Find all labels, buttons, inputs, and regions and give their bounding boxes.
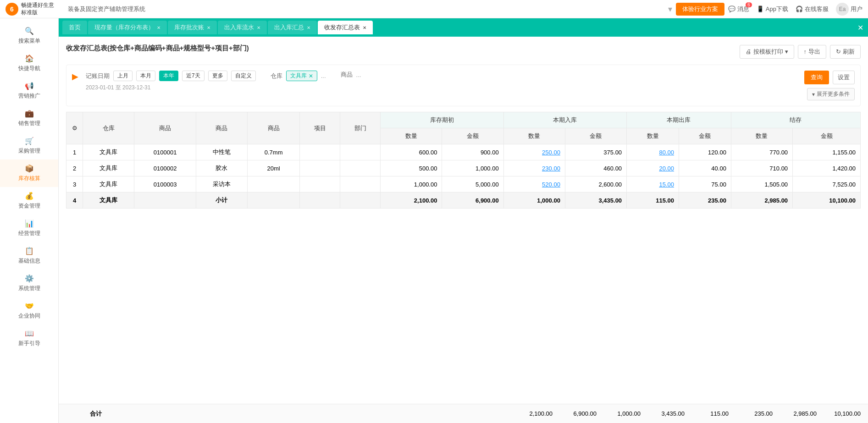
row-out-amt: 75.00 bbox=[679, 176, 731, 192]
row-name: 中性笔 bbox=[196, 144, 247, 160]
sidebar-item-quick-nav[interactable]: 🏠 快捷导航 bbox=[0, 49, 58, 77]
row-in-qty[interactable]: 230.00 bbox=[503, 160, 565, 176]
table-row: 3文具库0100003采访本1,000.005,000.00520.002,60… bbox=[66, 176, 861, 192]
tab-close-inventory-dist[interactable]: ✕ bbox=[157, 25, 160, 30]
tab-in-out-flow[interactable]: 出入库流水 ✕ bbox=[218, 21, 267, 34]
refresh-button[interactable]: ↻ 刷新 bbox=[830, 45, 861, 59]
logo-icon: 6 bbox=[6, 3, 18, 16]
filter-collapse-icon[interactable]: ▶ bbox=[72, 71, 78, 82]
col-name: 商品 bbox=[196, 112, 247, 144]
app-download-action[interactable]: 📱 App下载 bbox=[757, 5, 788, 13]
sidebar-item-purchase[interactable]: 🛒 采购管理 bbox=[0, 132, 58, 159]
row-code bbox=[134, 192, 196, 209]
row-project bbox=[300, 160, 340, 176]
sidebar-item-search[interactable]: 🔍 搜索菜单 bbox=[0, 22, 58, 49]
col-bal-amt: 金额 bbox=[793, 128, 861, 144]
tab-home[interactable]: 首页 bbox=[62, 21, 87, 34]
row-bal-qty: 770.00 bbox=[731, 144, 792, 160]
warehouse-more-icon[interactable]: ... bbox=[321, 72, 326, 79]
tab-close-in-out-summary[interactable]: ✕ bbox=[307, 25, 310, 30]
row-init-qty: 600.00 bbox=[381, 144, 442, 160]
close-all-tabs-icon[interactable]: ✕ bbox=[857, 23, 863, 32]
tab-recv-send-summary[interactable]: 收发存汇总表 ✕ bbox=[318, 21, 373, 34]
col-group-init: 库存期初 bbox=[381, 112, 503, 128]
filter-date-section: 记账日期 上月 本月 本年 近7天 更多 自定义 2023-01-01 至 20… bbox=[86, 71, 256, 92]
sidebar-item-sales[interactable]: 💼 销售管理 bbox=[0, 104, 58, 132]
setting-button[interactable]: 设置 bbox=[833, 71, 855, 84]
inventory-icon: 📦 bbox=[25, 164, 34, 173]
date-btn-this-year[interactable]: 本年 bbox=[159, 71, 178, 81]
sidebar-item-enterprise[interactable]: 🤝 企业协同 bbox=[0, 297, 58, 324]
sidebar-item-finance[interactable]: 💰 资金管理 bbox=[0, 187, 58, 214]
table-settings-col[interactable]: ⚙ bbox=[66, 112, 83, 144]
message-action[interactable]: 💬 消息 6 bbox=[728, 5, 749, 13]
row-init-qty: 500.00 bbox=[381, 160, 442, 176]
col-out-amt: 金额 bbox=[679, 128, 731, 144]
query-button[interactable]: 查询 bbox=[804, 71, 829, 84]
tab-close-recv-send-summary[interactable]: ✕ bbox=[363, 25, 366, 30]
col-warehouse: 仓库 bbox=[83, 112, 134, 144]
row-warehouse: 文具库 bbox=[83, 192, 134, 209]
row-project bbox=[300, 176, 340, 192]
sidebar-item-base[interactable]: 📋 基础信息 bbox=[0, 242, 58, 269]
row-warehouse: 文具库 bbox=[83, 144, 134, 160]
col-dept: 部门 bbox=[340, 112, 381, 144]
export-button[interactable]: ↑ 导出 bbox=[798, 45, 827, 59]
footer-in-qty: 1,000.00 bbox=[604, 410, 641, 417]
date-btn-7days[interactable]: 近7天 bbox=[182, 71, 205, 81]
finance-icon: 💰 bbox=[25, 192, 34, 200]
purchase-icon: 🛒 bbox=[25, 137, 34, 145]
row-out-qty[interactable]: 80.00 bbox=[627, 144, 679, 160]
table-row: 1文具库0100001中性笔0.7mm600.00900.00250.00375… bbox=[66, 144, 861, 160]
row-out-qty[interactable]: 15.00 bbox=[627, 176, 679, 192]
warehouse-tag-close-icon[interactable]: ✕ bbox=[309, 73, 313, 79]
date-btn-this-month[interactable]: 本月 bbox=[136, 71, 155, 81]
expand-filter-button[interactable]: ▾ 展开更多条件 bbox=[807, 88, 855, 100]
user-action[interactable]: Ea 用户 bbox=[836, 3, 862, 16]
headset-icon: 🎧 bbox=[796, 5, 803, 12]
row-in-qty[interactable]: 520.00 bbox=[503, 176, 565, 192]
warehouse-tag: 文具库 ✕ bbox=[286, 71, 317, 81]
row-in-qty[interactable]: 1,000.00 bbox=[503, 192, 565, 209]
date-btn-custom[interactable]: 自定义 bbox=[231, 71, 256, 81]
tab-close-batch-ledger[interactable]: ✕ bbox=[207, 25, 210, 30]
message-icon: 💬 bbox=[728, 5, 735, 12]
tab-inventory-dist[interactable]: 现存量（库存分布表） ✕ bbox=[88, 21, 167, 34]
row-spec: 0.7mm bbox=[248, 144, 300, 160]
export-icon: ↑ bbox=[804, 48, 807, 55]
goods-more-icon[interactable]: ... bbox=[356, 71, 361, 78]
search-icon: 🔍 bbox=[25, 27, 34, 35]
warehouse-label: 仓库 bbox=[271, 72, 282, 80]
row-init-amt: 1,000.00 bbox=[442, 160, 503, 176]
row-out-qty[interactable]: 115.00 bbox=[627, 192, 679, 209]
sidebar-item-inventory[interactable]: 📦 库存核算 bbox=[0, 159, 58, 187]
tab-in-out-summary[interactable]: 出入库汇总 ✕ bbox=[268, 21, 317, 34]
print-button[interactable]: 🖨 按模板打印 ▾ bbox=[740, 45, 794, 59]
tab-close-in-out-flow[interactable]: ✕ bbox=[257, 25, 260, 30]
sidebar-item-guide[interactable]: 📖 新手引导 bbox=[0, 324, 58, 352]
try-industry-button[interactable]: 体验行业方案 bbox=[676, 3, 724, 16]
marketing-icon: 📢 bbox=[25, 82, 34, 90]
home-icon: 🏠 bbox=[25, 54, 34, 63]
sidebar-item-operations[interactable]: 📊 经营管理 bbox=[0, 214, 58, 242]
tab-batch-ledger[interactable]: 库存批次账 ✕ bbox=[168, 21, 217, 34]
system-icon: ⚙️ bbox=[25, 274, 34, 283]
online-service-action[interactable]: 🎧 在线客服 bbox=[796, 5, 829, 13]
row-init-qty: 1,000.00 bbox=[381, 176, 442, 192]
chevron-down-icon: ▾ bbox=[812, 91, 815, 98]
row-bal-amt: 7,525.00 bbox=[793, 176, 861, 192]
main-layout: 🔍 搜索菜单 🏠 快捷导航 📢 营销推广 💼 销售管理 🛒 采购管理 📦 库存核… bbox=[0, 18, 868, 423]
row-init-amt: 6,900.00 bbox=[442, 192, 503, 209]
row-out-qty[interactable]: 20.00 bbox=[627, 160, 679, 176]
tab-bar: 首页 现存量（库存分布表） ✕ 库存批次账 ✕ 出入库流水 ✕ 出入库汇总 ✕ … bbox=[59, 18, 868, 37]
printer-icon: 🖨 bbox=[746, 48, 752, 55]
row-no: 4 bbox=[66, 192, 83, 209]
row-in-qty[interactable]: 250.00 bbox=[503, 144, 565, 160]
system-dropdown-icon[interactable]: ▾ bbox=[668, 4, 672, 14]
sidebar-item-marketing[interactable]: 📢 营销推广 bbox=[0, 77, 58, 104]
date-btn-more[interactable]: 更多 bbox=[208, 71, 227, 81]
row-no: 1 bbox=[66, 144, 83, 160]
sidebar-item-system[interactable]: ⚙️ 系统管理 bbox=[0, 269, 58, 297]
date-btn-last-month[interactable]: 上月 bbox=[113, 71, 133, 81]
row-name: 胶水 bbox=[196, 160, 247, 176]
